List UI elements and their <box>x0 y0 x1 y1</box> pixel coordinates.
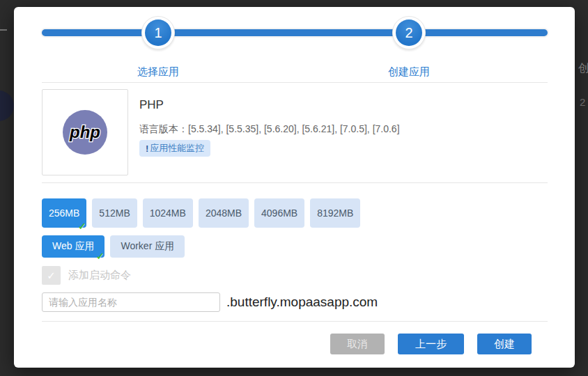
divider <box>42 82 548 83</box>
memory-option-2048mb[interactable]: 2048MB <box>199 198 249 228</box>
background-text-fragment: 创 <box>578 61 588 76</box>
check-icon: ✓ <box>78 220 87 233</box>
app-type-options: Web 应用 ✓ Worker 应用 <box>42 235 185 258</box>
memory-option-8192mb[interactable]: 8192MB <box>310 198 360 228</box>
app-versions-label: 语言版本： <box>139 123 188 134</box>
step-2-number: 2 <box>396 19 422 46</box>
cancel-button[interactable]: 取消 <box>330 334 385 354</box>
memory-option-label: 512MB <box>99 207 130 219</box>
divider <box>42 182 548 183</box>
memory-option-label: 4096MB <box>261 207 297 219</box>
divider <box>42 321 548 322</box>
dialog-footer: 取消 上一步 创建 <box>330 334 532 354</box>
php-logo-text: php <box>69 123 100 141</box>
step-1-number: 1 <box>145 19 171 46</box>
app-type-option-label: Web 应用 <box>52 240 94 251</box>
performance-monitor-badge[interactable]: ! 应用性能监控 <box>139 140 210 157</box>
app-type-option-worker[interactable]: Worker 应用 <box>110 235 185 258</box>
app-versions: 语言版本：[5.5.34], [5.5.35], [5.6.20], [5.6.… <box>139 123 400 136</box>
step-1-label: 选择应用 <box>137 65 179 79</box>
app-card: php <box>42 89 128 175</box>
memory-option-label: 8192MB <box>317 207 353 219</box>
memory-option-512mb[interactable]: 512MB <box>92 198 137 228</box>
stepper-progress-bar <box>42 29 548 36</box>
memory-size-options: 256MB ✓ 512MB 1024MB 2048MB 4096MB 8192M… <box>42 198 360 228</box>
memory-option-label: 256MB <box>49 207 79 219</box>
app-name-row: .butterfly.mopaasapp.com <box>42 292 378 312</box>
background-text-fragment: 2 <box>580 96 585 108</box>
memory-option-1024mb[interactable]: 1024MB <box>143 198 193 228</box>
startup-command-row: ✓ 添加启动命令 <box>42 266 131 285</box>
check-icon: ✓ <box>96 250 105 263</box>
memory-option-4096mb[interactable]: 4096MB <box>254 198 304 228</box>
step-2-label: 创建应用 <box>388 65 430 79</box>
startup-command-label: 添加启动命令 <box>68 269 131 282</box>
domain-suffix: .butterfly.mopaasapp.com <box>226 295 378 310</box>
app-versions-list: [5.5.34], [5.5.35], [5.6.20], [5.6.21], … <box>188 123 400 134</box>
alert-icon: ! <box>146 143 148 154</box>
memory-option-256mb[interactable]: 256MB ✓ <box>42 198 86 228</box>
app-type-option-web[interactable]: Web 应用 ✓ <box>42 235 105 258</box>
step-2-indicator[interactable]: 2 <box>392 16 426 49</box>
step-1-indicator[interactable]: 1 <box>141 16 175 49</box>
app-name-input[interactable] <box>42 292 220 312</box>
previous-step-button[interactable]: 上一步 <box>398 334 464 354</box>
app-name-title: PHP <box>139 98 164 112</box>
create-app-dialog: 1 2 选择应用 创建应用 php PHP 语言版本：[5.5.34], [5.… <box>14 7 575 368</box>
background-logo-circle <box>0 91 14 121</box>
performance-monitor-badge-label: 应用性能监控 <box>150 142 204 155</box>
memory-option-label: 1024MB <box>150 207 186 219</box>
create-button[interactable]: 创建 <box>477 334 532 354</box>
memory-option-label: 2048MB <box>206 207 242 219</box>
background-tab-fragment <box>0 21 7 31</box>
app-type-option-label: Worker 应用 <box>121 240 174 251</box>
check-icon: ✓ <box>47 269 56 282</box>
startup-command-checkbox[interactable]: ✓ <box>42 266 61 285</box>
php-logo-icon: php <box>63 110 107 155</box>
